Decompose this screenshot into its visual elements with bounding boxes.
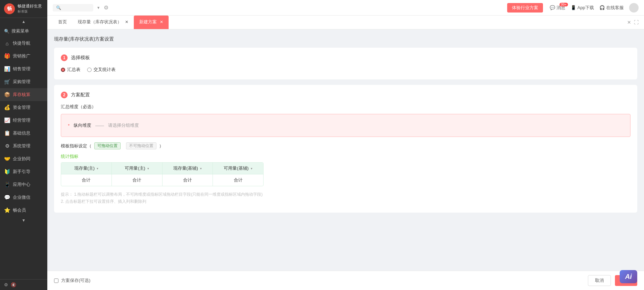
col2-dropdown-icon[interactable]: ▾ bbox=[200, 167, 202, 170]
topbar-dropdown-icon[interactable]: ▾ bbox=[97, 5, 100, 10]
sidebar-item-label: 畅会员 bbox=[13, 207, 26, 213]
tab-expand-icon[interactable]: ⛶ bbox=[634, 20, 639, 25]
sidebar-item-wechat[interactable]: 💬 企业微信 bbox=[0, 191, 47, 204]
tab-inventory-status[interactable]: 现存量（库存状况表） ✕ bbox=[72, 16, 134, 29]
col3-dropdown-icon[interactable]: ▾ bbox=[251, 167, 252, 170]
newbie-icon: 🔰 bbox=[4, 169, 10, 175]
step1-title: 选择模板 bbox=[71, 55, 90, 61]
radio-cross[interactable]: 交叉统计表 bbox=[87, 67, 116, 73]
management-icon: 📈 bbox=[4, 117, 10, 123]
content-area: 现存量(库存状况表)方案设置 1 选择模板 汇总表 交叉统计表 bbox=[47, 29, 644, 271]
sidebar-item-member[interactable]: ⭐ 畅会员 bbox=[0, 204, 47, 217]
stats-section-title: 统计指标 bbox=[61, 153, 630, 160]
system-icon: ⚙ bbox=[4, 143, 10, 149]
search-icon: 🔍 bbox=[56, 5, 61, 10]
topbar-right: 💬 消息 99+ 📱 App下载 🎧 在线客服 bbox=[550, 3, 639, 13]
user-avatar[interactable] bbox=[629, 3, 639, 13]
sidebar-item-label: 库存核算 bbox=[13, 92, 30, 98]
sidebar-scroll-up[interactable]: ▲ bbox=[0, 18, 47, 25]
stats-col-3[interactable]: 可用量(基辅) ▾ bbox=[213, 163, 263, 174]
sidebar-item-quick-nav[interactable]: ⌂ 快捷导航 bbox=[0, 37, 47, 50]
gift-icon: 🎁 bbox=[4, 53, 10, 59]
sidebar-item-finance[interactable]: 💰 资金管理 bbox=[0, 101, 47, 114]
sidebar-item-newbie[interactable]: 🔰 新手引导 bbox=[0, 165, 47, 178]
footer: 方案保存(可选) 取消 查询 bbox=[47, 271, 644, 290]
indicator-label: 模板指标设定（ 可拖动位置 不可拖动位置 ） bbox=[61, 142, 630, 149]
stats-col-0[interactable]: 现存量(主) ▾ bbox=[61, 163, 112, 174]
radio-summary-input[interactable] bbox=[61, 68, 65, 72]
sidebar-item-management[interactable]: 📈 经营管理 bbox=[0, 114, 47, 127]
app-edition: 标准版 bbox=[18, 9, 42, 14]
sidebar-item-system[interactable]: ⚙ 系统管理 bbox=[0, 140, 47, 152]
save-option[interactable]: 方案保存(可选) bbox=[54, 277, 91, 284]
sidebar-item-marketing[interactable]: 🎁 营销推广 bbox=[0, 50, 47, 63]
step1-number: 1 bbox=[61, 54, 68, 61]
sidebar-item-label: 企业协同 bbox=[13, 156, 30, 162]
sidebar-bottom: ⚙ 🔇 bbox=[0, 279, 47, 290]
sidebar-item-enterprise[interactable]: 🤝 企业协同 bbox=[0, 152, 47, 165]
tab-new-scheme[interactable]: 新建方案 ✕ bbox=[134, 16, 169, 29]
tip-1: 提示： 1.拖动标题栏可以调整布局，不可跨维度或指标区域拖动栏目字段(只能在同一… bbox=[61, 192, 630, 197]
headset-icon: 🎧 bbox=[599, 5, 605, 10]
messages-btn[interactable]: 💬 消息 99+ bbox=[550, 5, 565, 11]
step2-card: 2 方案配置 汇总维度（必选） * 纵向维度 —— 请选择分组维度 模板指标设定… bbox=[54, 85, 637, 213]
step2-number: 2 bbox=[61, 92, 68, 98]
step2-header: 2 方案配置 bbox=[61, 92, 630, 98]
appcenter-icon: 📱 bbox=[4, 182, 10, 188]
step1-header: 1 选择模板 bbox=[61, 54, 630, 61]
sidebar-item-label: 系统管理 bbox=[13, 143, 30, 149]
topbar-settings-icon[interactable]: ⚙ bbox=[104, 4, 108, 11]
stats-table: 现存量(主) ▾ 可用量(主) ▾ 现存量(基辅) ▾ 可用量(基辅) bbox=[61, 162, 264, 186]
step1-card: 1 选择模板 汇总表 交叉统计表 bbox=[54, 48, 637, 79]
sidebar-item-app-center[interactable]: 📱 应用中心 bbox=[0, 178, 47, 191]
sound-icon[interactable]: 🔇 bbox=[11, 282, 16, 287]
home-icon: ⌂ bbox=[4, 40, 10, 46]
col0-dropdown-icon[interactable]: ▾ bbox=[97, 167, 98, 170]
purchase-icon: 🛒 bbox=[4, 79, 10, 85]
search-icon: 🔍 bbox=[4, 29, 9, 34]
tab-close-new-scheme[interactable]: ✕ bbox=[160, 20, 163, 24]
logo-icon: 畅 bbox=[4, 3, 15, 14]
tab-home[interactable]: 首页 bbox=[53, 16, 72, 29]
stats-cell-1: 合计 bbox=[112, 174, 163, 186]
stats-cell-0: 合计 bbox=[61, 174, 112, 186]
sidebar-item-label: 采购管理 bbox=[13, 79, 30, 85]
app-name: 畅捷通好生意 bbox=[18, 4, 42, 9]
stats-col-1[interactable]: 可用量(主) ▾ bbox=[112, 163, 163, 174]
member-icon: ⭐ bbox=[4, 207, 10, 213]
sales-icon: 📊 bbox=[4, 66, 10, 72]
stats-table-row: 合计 合计 合计 合计 bbox=[61, 174, 263, 186]
sidebar-item-label: 基础信息 bbox=[13, 130, 30, 136]
app-download-btn[interactable]: 📱 App下载 bbox=[571, 5, 594, 11]
radio-summary[interactable]: 汇总表 bbox=[61, 67, 80, 73]
draggable-badge: 可拖动位置 bbox=[94, 142, 121, 149]
online-service-btn[interactable]: 🎧 在线客服 bbox=[599, 5, 624, 11]
message-icon: 💬 bbox=[550, 5, 555, 10]
required-star: * bbox=[68, 123, 70, 128]
stats-cell-2: 合计 bbox=[163, 174, 213, 186]
col1-dropdown-icon[interactable]: ▾ bbox=[147, 167, 149, 170]
radio-cross-input[interactable] bbox=[87, 68, 92, 72]
not-draggable-badge: 不可拖动位置 bbox=[126, 142, 156, 149]
settings-icon[interactable]: ⚙ bbox=[4, 282, 8, 287]
sidebar-item-inventory[interactable]: 📦 库存核算 bbox=[0, 88, 47, 101]
sidebar-item-basic-info[interactable]: 📋 基础信息 bbox=[0, 127, 47, 140]
sidebar-item-label: 快捷导航 bbox=[13, 40, 30, 46]
trial-btn[interactable]: 体验行业方案 bbox=[507, 3, 543, 13]
finance-icon: 💰 bbox=[4, 104, 10, 111]
save-checkbox[interactable] bbox=[54, 279, 58, 283]
sidebar-item-purchase[interactable]: 🛒 采购管理 bbox=[0, 75, 47, 88]
topbar-search[interactable]: 🔍 bbox=[53, 4, 93, 11]
tab-close-icon[interactable]: ✕ bbox=[627, 20, 631, 25]
sidebar-item-label: 资金管理 bbox=[13, 104, 30, 111]
sidebar-scroll-down[interactable]: ▼ bbox=[0, 217, 47, 224]
stats-col-2[interactable]: 现存量(基辅) ▾ bbox=[163, 163, 213, 174]
required-placeholder: 请选择分组维度 bbox=[108, 122, 139, 128]
sidebar-search[interactable]: 🔍 搜索菜单 bbox=[0, 25, 47, 37]
basicinfo-icon: 📋 bbox=[4, 130, 10, 136]
cancel-button[interactable]: 取消 bbox=[588, 275, 611, 286]
inventory-icon: 📦 bbox=[4, 92, 10, 98]
tab-close-inventory[interactable]: ✕ bbox=[125, 20, 128, 24]
sidebar-item-sales[interactable]: 📊 销售管理 bbox=[0, 63, 47, 75]
app-logo: 畅 畅捷通好生意 标准版 bbox=[0, 0, 47, 18]
